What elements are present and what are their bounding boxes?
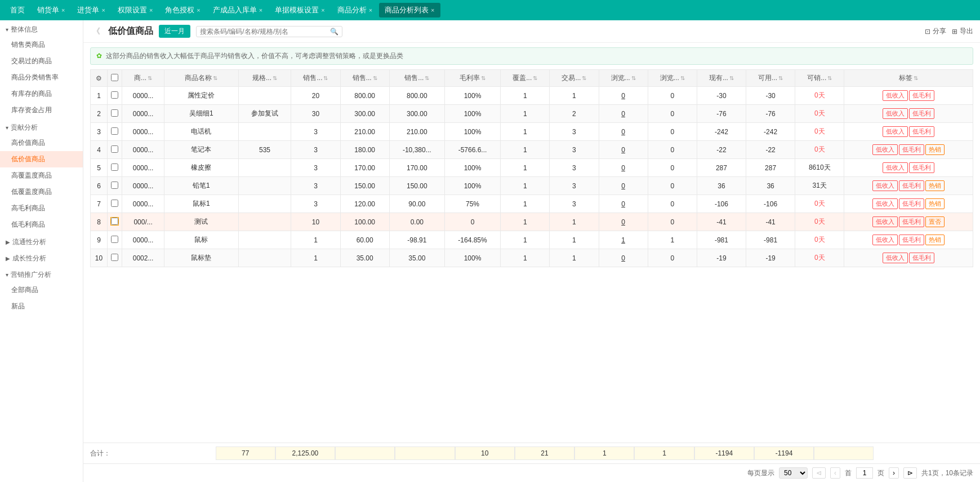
nav-finished-goods[interactable]: 产成品入库单 ×	[207, 3, 268, 17]
prev-page-button[interactable]: ‹	[830, 467, 840, 479]
browse1-link[interactable]: 0	[621, 128, 625, 136]
row-checkbox[interactable]	[111, 182, 118, 189]
th-current-stock[interactable]: 现有...⇅	[697, 70, 746, 87]
th-checkbox[interactable]	[108, 70, 122, 87]
select-all-checkbox[interactable]	[111, 74, 118, 81]
nav-template-settings[interactable]: 单据模板设置 ×	[269, 3, 330, 17]
row-sales-amount: 100.00	[340, 213, 389, 231]
row-saleable: 0天	[795, 249, 844, 267]
sidebar-item-inventory-capital[interactable]: 库存资金占用	[0, 102, 83, 118]
row-coverage: 1	[501, 105, 550, 123]
sidebar-item-high-value[interactable]: 高价值商品	[0, 135, 83, 151]
nav-purchase[interactable]: 进货单 ×	[72, 3, 110, 17]
th-available[interactable]: 可用...⇅	[746, 70, 795, 87]
tag-badge: 低收入	[872, 198, 898, 209]
sidebar-item-category-rate[interactable]: 商品分类销售率	[0, 69, 83, 86]
row-checkbox[interactable]	[111, 91, 118, 99]
th-sales-amount[interactable]: 销售...⇅	[340, 70, 389, 87]
sidebar-group-marketing[interactable]: ▾ 营销推广分析	[0, 266, 83, 282]
share-button[interactable]: ⊡ 分享	[925, 26, 946, 36]
th-sales-gross[interactable]: 销售...⇅	[389, 70, 444, 87]
sidebar-item-low-value[interactable]: 低价值商品	[0, 151, 83, 167]
next-page-button[interactable]: ›	[889, 467, 899, 479]
th-setting[interactable]: ⚙	[91, 70, 108, 87]
browse1-link[interactable]: 0	[621, 92, 625, 100]
sidebar-item-sales-goods[interactable]: 销售类商品	[0, 37, 83, 53]
sidebar-item-high-coverage[interactable]: 高覆盖度商品	[0, 167, 83, 184]
sidebar-group-overall[interactable]: ▾ 整体信息	[0, 20, 83, 37]
row-sales-gross: 800.00	[389, 87, 444, 105]
row-checkbox[interactable]	[111, 254, 118, 261]
row-checkbox[interactable]	[111, 145, 118, 153]
row-spec	[238, 249, 291, 267]
sidebar-item-high-margin[interactable]: 高毛利商品	[0, 200, 83, 216]
row-trade: 1	[550, 213, 599, 231]
filter-period-button[interactable]: 近一月	[159, 25, 190, 38]
close-icon[interactable]: ×	[369, 7, 372, 14]
sidebar-group-growth[interactable]: ▶ 成长性分析	[0, 249, 83, 266]
browse1-link[interactable]: 1	[621, 236, 625, 244]
row-checkbox[interactable]	[111, 127, 118, 135]
browse1-link[interactable]: 0	[621, 146, 625, 154]
th-browse1[interactable]: 浏览...⇅	[599, 70, 648, 87]
row-checkbox[interactable]	[111, 163, 118, 171]
close-icon[interactable]: ×	[431, 7, 434, 14]
sidebar-group-contribution[interactable]: ▾ 贡献分析	[0, 118, 83, 135]
first-page-button[interactable]: ⊲	[812, 467, 826, 479]
page-input[interactable]	[856, 467, 873, 479]
th-saleable[interactable]: 可销...⇅	[795, 70, 844, 87]
row-checkbox[interactable]	[111, 236, 118, 243]
sidebar-collapse-button[interactable]: 《	[90, 26, 103, 37]
th-gross-rate[interactable]: 毛利率⇅	[444, 70, 500, 87]
row-coverage: 1	[501, 141, 550, 159]
page-size-select[interactable]: 50 100 200	[779, 467, 808, 479]
browse1-link[interactable]: 0	[621, 218, 625, 226]
row-checkbox[interactable]	[111, 218, 118, 225]
tag-badge: 低收入	[872, 180, 898, 191]
nav-permissions[interactable]: 权限设置 ×	[112, 3, 158, 17]
sidebar-item-low-margin[interactable]: 低毛利商品	[0, 216, 83, 233]
row-trade: 2	[550, 105, 599, 123]
nav-home[interactable]: 首页	[5, 3, 30, 17]
th-spec[interactable]: 规格...⇅	[238, 70, 291, 87]
nav-product-analysis[interactable]: 商品分析 ×	[332, 3, 378, 17]
row-checkbox[interactable]	[111, 109, 118, 117]
close-icon[interactable]: ×	[259, 7, 262, 14]
sidebar-item-low-coverage[interactable]: 低覆盖度商品	[0, 184, 83, 200]
th-tags[interactable]: 标签⇅	[844, 70, 973, 87]
browse1-link[interactable]: 0	[621, 254, 625, 262]
search-input[interactable]	[200, 28, 328, 36]
th-browse2[interactable]: 浏览...⇅	[648, 70, 697, 87]
row-gross-rate: 100%	[444, 159, 500, 177]
tag-badge: 低毛利	[899, 198, 924, 209]
th-coverage[interactable]: 覆盖...⇅	[501, 70, 550, 87]
page-size-label: 每页显示	[747, 468, 774, 478]
browse1-link[interactable]: 0	[621, 182, 625, 190]
row-checkbox[interactable]	[111, 200, 118, 207]
close-icon[interactable]: ×	[61, 7, 65, 14]
row-checkbox-cell	[108, 141, 122, 159]
close-icon[interactable]: ×	[321, 7, 324, 14]
sidebar-item-all-goods[interactable]: 全部商品	[0, 282, 83, 298]
close-icon[interactable]: ×	[101, 7, 105, 14]
nav-sales[interactable]: 销货单 ×	[32, 3, 70, 17]
search-icon[interactable]: 🔍	[330, 28, 338, 36]
close-icon[interactable]: ×	[197, 7, 200, 14]
sidebar-item-inventory-goods[interactable]: 有库存的商品	[0, 86, 83, 102]
sidebar-item-new-goods[interactable]: 新品	[0, 298, 83, 315]
sidebar-item-traded-goods[interactable]: 交易过的商品	[0, 53, 83, 69]
th-code[interactable]: 商...⇅	[122, 70, 164, 87]
nav-roles[interactable]: 角色授权 ×	[159, 3, 206, 17]
th-trade[interactable]: 交易...⇅	[550, 70, 599, 87]
sidebar-group-circulation[interactable]: ▶ 流通性分析	[0, 233, 83, 249]
browse1-link[interactable]: 0	[621, 200, 625, 208]
browse1-link[interactable]: 0	[621, 110, 625, 118]
close-icon[interactable]: ×	[149, 7, 153, 14]
nav-product-analysis-list[interactable]: 商品分析列表 ×	[379, 3, 440, 17]
browse1-link[interactable]: 0	[621, 164, 625, 172]
th-sales-qty[interactable]: 销售...⇅	[291, 70, 340, 87]
last-page-button[interactable]: ⊳	[903, 467, 917, 479]
row-checkbox-cell	[108, 87, 122, 105]
export-button[interactable]: ⊞ 导出	[952, 26, 973, 36]
th-name[interactable]: 商品名称⇅	[164, 70, 239, 87]
